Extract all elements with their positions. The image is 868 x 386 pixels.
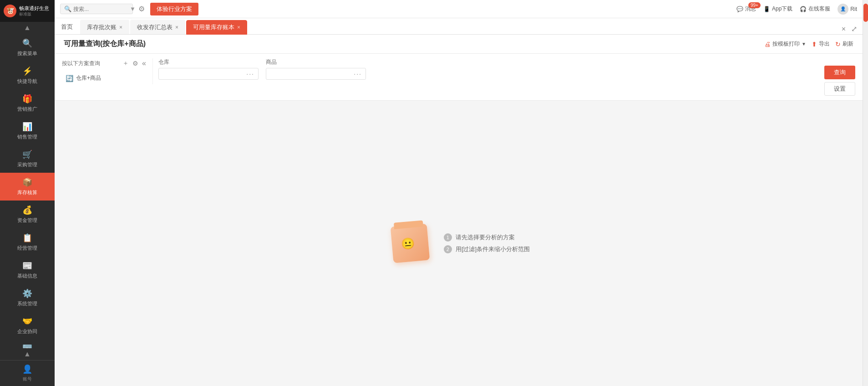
query-actions: 查询 设置: [824, 66, 855, 96]
purchase-icon: 🛒: [22, 149, 32, 160]
hint-number-2: 2: [444, 245, 452, 253]
trial-button[interactable]: 体验行业方案: [150, 3, 198, 15]
hint-number-1: 1: [444, 233, 452, 242]
logo-icon: 🐮: [4, 5, 16, 17]
warehouse-input-field[interactable]: [162, 71, 244, 77]
sidebar-item-enterprise[interactable]: 🤝 企业协同: [0, 312, 55, 340]
settings-button[interactable]: 设置: [824, 82, 855, 96]
service-label: 在线客服: [808, 5, 830, 13]
operation-icon: 📋: [22, 233, 32, 243]
empty-hints: 1 请先选择要分析的方案 2 用[过滤]条件来缩小分析范围: [444, 233, 530, 253]
right-scrollbar[interactable]: [863, 0, 868, 386]
search-icon: 🔍: [22, 38, 32, 48]
enterprise-label: 企业协同: [17, 328, 37, 335]
warehouse-more-icon[interactable]: ···: [246, 70, 254, 77]
scheme-item-warehouse-goods[interactable]: 🔄 仓库+商品: [62, 72, 147, 84]
page-title: 可用量查询(按仓库+商品): [64, 39, 146, 49]
scrollbar-thumb: [863, 4, 868, 22]
tab-available-ledger[interactable]: 可用量库存账本 ×: [186, 20, 247, 35]
app-download-button[interactable]: 📱 App下载: [763, 5, 792, 13]
query-area: 按以下方案查询 ＋ ⚙ « 🔄 仓库+商品 仓库: [55, 54, 863, 101]
user-menu[interactable]: 👤 Rit: [838, 4, 857, 15]
sidebar-item-guide[interactable]: 🆕 新手引导: [0, 340, 55, 348]
close-tab-button[interactable]: ×: [840, 24, 848, 34]
filter-goods: 商品 ···: [266, 58, 366, 80]
tab-in-summary-label: 收发存汇总表: [137, 23, 173, 31]
filter-goods-input[interactable]: ···: [266, 68, 366, 80]
export-icon: ⬆: [812, 41, 817, 48]
finance-icon: 💰: [22, 205, 32, 215]
expand-tab-button[interactable]: ⤢: [849, 24, 859, 34]
inventory-label: 库存核算: [17, 189, 37, 196]
sidebar-item-marketing[interactable]: 🎁 营销推广: [0, 89, 55, 117]
goods-more-icon[interactable]: ···: [354, 70, 362, 77]
sidebar-item-purchase[interactable]: 🛒 采购管理: [0, 145, 55, 173]
print-button[interactable]: 🖨 按模板打印 ▼: [764, 40, 806, 48]
system-label: 系统管理: [17, 300, 37, 307]
add-scheme-button[interactable]: ＋: [122, 58, 130, 68]
tabs-right-buttons: × ⤢: [840, 24, 863, 34]
tabs-bar: 首页 库存批次账 × 收发存汇总表 × 可用量库存账本 × × ⤢: [55, 18, 863, 35]
scheme-label: 按以下方案查询: [62, 60, 100, 67]
sidebar-item-quick-nav[interactable]: ⚡ 快捷导航: [0, 62, 55, 89]
search-input[interactable]: [73, 6, 128, 12]
print-icon: 🖨: [764, 41, 771, 48]
tab-available-ledger-label: 可用量库存账本: [193, 23, 234, 31]
filter-warehouse-label: 仓库: [158, 58, 259, 66]
sidebar-item-sales[interactable]: 📊 销售管理: [0, 117, 55, 145]
page-header: 可用量查询(按仓库+商品) 🖨 按模板打印 ▼ ⬆ 导出 ↻ 刷新: [55, 35, 863, 54]
scheme-item-label: 仓库+商品: [76, 74, 101, 82]
sidebar-item-finance[interactable]: 💰 资金管理: [0, 201, 55, 228]
system-icon: ⚙️: [22, 288, 32, 299]
phone-icon: 📱: [763, 6, 770, 12]
gear-icon[interactable]: ⚙: [137, 3, 147, 15]
query-scheme: 按以下方案查询 ＋ ⚙ « 🔄 仓库+商品: [62, 58, 153, 84]
sales-icon: 📊: [22, 122, 32, 132]
basic-label: 基础信息: [17, 273, 37, 279]
guide-icon: 🆕: [22, 344, 32, 348]
scheme-actions: ＋ ⚙ «: [122, 58, 147, 68]
print-dropdown-icon[interactable]: ▼: [802, 41, 806, 46]
tab-in-summary-close[interactable]: ×: [175, 24, 178, 31]
collapse-scheme-button[interactable]: «: [141, 58, 147, 68]
message-button[interactable]: 💬 消息 99+: [736, 5, 756, 13]
goods-input-field[interactable]: [270, 71, 352, 77]
settings-scheme-button[interactable]: ⚙: [132, 58, 139, 68]
print-label: 按模板打印: [772, 40, 800, 48]
sidebar-item-operation[interactable]: 📋 经营管理: [0, 228, 55, 256]
online-service-button[interactable]: 🎧 在线客服: [800, 5, 830, 13]
refresh-icon: ↻: [835, 41, 841, 48]
sidebar-item-user[interactable]: 👤 账号: [0, 360, 55, 386]
query-button[interactable]: 查询: [824, 66, 855, 79]
search-box[interactable]: 🔍 ▼: [60, 4, 133, 14]
hint-text-1: 请先选择要分析的方案: [456, 233, 515, 242]
tab-home[interactable]: 首页: [55, 20, 79, 34]
filter-warehouse-input[interactable]: ···: [158, 68, 259, 80]
sidebar-item-search[interactable]: 🔍 搜索菜单: [0, 34, 55, 62]
sidebar-scroll-up[interactable]: ▲: [0, 22, 55, 34]
export-button[interactable]: ⬆ 导出: [812, 40, 830, 48]
avatar: 👤: [838, 4, 848, 15]
search-label: 搜索菜单: [17, 50, 37, 57]
sidebar-item-basic[interactable]: 📰 基础信息: [0, 256, 55, 284]
inventory-icon: 📦: [22, 177, 32, 187]
sidebar-nav: 🔍 搜索菜单 ⚡ 快捷导航 🎁 营销推广 📊 销售管理 🛒 采购管理 📦 库存核…: [0, 34, 55, 348]
username: Rit: [850, 6, 857, 12]
tab-in-summary[interactable]: 收发存汇总表 ×: [130, 20, 185, 34]
tab-available-ledger-close[interactable]: ×: [237, 24, 240, 31]
scheme-header: 按以下方案查询 ＋ ⚙ «: [62, 58, 147, 68]
tab-batch-account-close[interactable]: ×: [119, 24, 122, 31]
marketing-label: 营销推广: [17, 106, 37, 113]
empty-hint-2: 2 用[过滤]条件来缩小分析范围: [444, 245, 530, 253]
sidebar-item-inventory[interactable]: 📦 库存核算: [0, 173, 55, 201]
query-filters: 仓库 ··· 商品 ···: [158, 58, 819, 80]
search-dropdown-icon[interactable]: ▼: [130, 5, 136, 12]
page-header-actions: 🖨 按模板打印 ▼ ⬆ 导出 ↻ 刷新: [764, 40, 853, 48]
search-icon: 🔍: [64, 5, 71, 12]
sidebar-scroll-down[interactable]: ▲: [0, 348, 55, 360]
tab-batch-account[interactable]: 库存批次账 ×: [80, 20, 129, 34]
filter-goods-label: 商品: [266, 58, 366, 66]
refresh-button[interactable]: ↻ 刷新: [835, 40, 853, 48]
sidebar-item-system[interactable]: ⚙️ 系统管理: [0, 284, 55, 312]
operation-label: 经营管理: [17, 245, 37, 252]
